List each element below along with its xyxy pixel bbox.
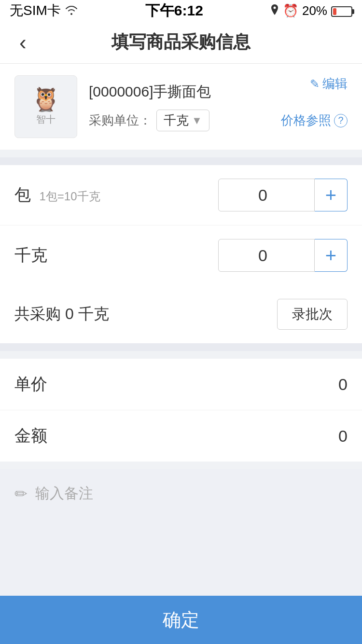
kg-quantity-input[interactable] (218, 239, 315, 272)
unit-price-label: 单价 (14, 373, 47, 395)
record-batch-button[interactable]: 录批次 (277, 299, 348, 330)
unit-select[interactable]: 千克 ▼ (156, 110, 209, 131)
product-image: 🦉 智十 (14, 75, 77, 138)
product-meta: 采购单位： 千克 ▼ 价格参照 ? (89, 110, 348, 131)
product-name: [0000006]手撕面包 (89, 82, 211, 102)
wifi-icon (65, 3, 78, 18)
edit-icon: ✎ (310, 77, 320, 91)
product-info: [0000006]手撕面包 ✎ 编辑 采购单位： 千克 ▼ 价格参照 ? (89, 82, 348, 131)
help-icon: ? (334, 114, 348, 127)
battery-percent: 20% (302, 3, 327, 18)
remark-placeholder: 输入备注 (35, 484, 93, 504)
carrier-text: 无SIM卡 (10, 1, 61, 20)
unit-price-row: 单价 0 (0, 359, 362, 410)
price-ref-label: 价格参照 (281, 112, 331, 129)
purchase-unit: 采购单位： 千克 ▼ (89, 110, 209, 131)
nav-bar: ‹ 填写商品采购信息 (0, 21, 362, 64)
section-divider-2 (0, 343, 362, 351)
status-left: 无SIM卡 (10, 1, 78, 20)
price-ref-button[interactable]: 价格参照 ? (281, 112, 348, 129)
edit-label: 编辑 (322, 75, 348, 92)
alarm-icon: ⏰ (283, 3, 298, 18)
confirm-button[interactable]: 确定 (0, 596, 362, 644)
battery-icon (331, 3, 352, 18)
edit-button[interactable]: ✎ 编辑 (310, 75, 348, 92)
svg-point-0 (273, 6, 276, 9)
chevron-down-icon: ▼ (192, 114, 202, 127)
kg-input-wrap: + (218, 239, 348, 272)
status-bar: 无SIM卡 下午6:12 ⏰ 20% (0, 0, 362, 21)
bag-input-wrap: + (218, 179, 348, 211)
bag-quantity-input[interactable] (218, 179, 315, 211)
purchase-unit-label: 采购单位： (89, 112, 152, 129)
bag-quantity-row: 包 1包=10千克 + (0, 165, 362, 225)
bag-sublabel: 1包=10千克 (39, 190, 100, 203)
status-time: 下午6:12 (145, 1, 203, 21)
product-card: 🦉 智十 [0000006]手撕面包 ✎ 编辑 采购单位： 千克 ▼ (0, 64, 362, 150)
page-title: 填写商品采购信息 (111, 30, 251, 54)
product-brand-text: 智十 (36, 113, 56, 126)
remark-section[interactable]: ✏ 输入备注 (0, 469, 362, 518)
bag-label: 包 1包=10千克 (14, 184, 218, 206)
section-divider-1 (0, 157, 362, 165)
amount-label: 金额 (14, 425, 47, 447)
pencil-icon: ✏ (14, 485, 28, 503)
location-icon (270, 3, 279, 18)
kg-label: 千克 (14, 244, 218, 266)
kg-quantity-row: 千克 + (0, 225, 362, 285)
unit-value: 千克 (164, 112, 189, 129)
status-right: ⏰ 20% (270, 3, 352, 18)
back-button[interactable]: ‹ (14, 26, 31, 59)
kg-plus-button[interactable]: + (315, 239, 348, 272)
total-label: 共采购 0 千克 (14, 304, 109, 325)
unit-price-value: 0 (338, 375, 348, 394)
price-section: 单价 0 金额 0 (0, 359, 362, 462)
total-row: 共采购 0 千克 录批次 (0, 285, 362, 343)
amount-value: 0 (338, 427, 348, 446)
amount-row: 金额 0 (0, 410, 362, 462)
product-owl-icon: 🦉 (31, 88, 60, 111)
bag-plus-button[interactable]: + (315, 179, 348, 211)
quantity-section: 包 1包=10千克 + 千克 + (0, 165, 362, 285)
